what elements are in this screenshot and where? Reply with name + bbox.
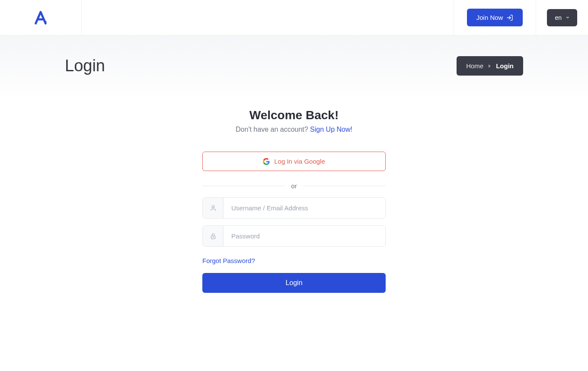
- join-now-button[interactable]: Join Now: [467, 9, 523, 26]
- password-prefix: [203, 226, 224, 246]
- main-content: Welcome Back! Don't have an account? Sig…: [0, 101, 588, 293]
- password-input-group: [202, 225, 386, 247]
- svg-rect-0: [45, 21, 47, 23]
- divider-line-right: [303, 186, 386, 186]
- join-section: Join Now: [454, 0, 537, 35]
- google-icon: [263, 158, 270, 165]
- logo-icon[interactable]: [32, 10, 49, 26]
- divider-label: or: [291, 182, 297, 190]
- site-header: Join Now en: [0, 0, 588, 35]
- breadcrumb-current: Login: [496, 62, 514, 70]
- language-selector-button[interactable]: en: [547, 9, 577, 26]
- login-form-container: Welcome Back! Don't have an account? Sig…: [202, 108, 386, 293]
- signup-prompt: Don't have an account? Sign Up Now!: [236, 126, 352, 133]
- join-now-label: Join Now: [476, 14, 503, 21]
- language-label: en: [555, 14, 562, 21]
- lock-icon: [210, 233, 217, 240]
- breadcrumb-home-link[interactable]: Home: [466, 62, 483, 70]
- svg-point-4: [213, 237, 213, 238]
- password-input[interactable]: [224, 226, 385, 246]
- google-login-label: Log In via Google: [274, 158, 325, 165]
- no-account-text: Don't have an account?: [236, 126, 310, 133]
- svg-point-2: [212, 206, 214, 208]
- welcome-heading: Welcome Back!: [249, 108, 339, 122]
- page-title: Login: [65, 57, 105, 75]
- page-banner: Login Home Login: [0, 35, 588, 101]
- divider-line-left: [202, 186, 285, 186]
- google-login-button[interactable]: Log In via Google: [202, 152, 386, 171]
- signup-link[interactable]: Sign Up Now!: [310, 126, 352, 133]
- user-icon: [210, 205, 217, 212]
- username-input-group: [202, 197, 386, 219]
- language-section: en: [536, 0, 588, 35]
- forgot-password-link[interactable]: Forgot Password?: [202, 257, 255, 264]
- login-icon: [506, 14, 513, 21]
- login-submit-button[interactable]: Login: [202, 273, 386, 293]
- username-prefix: [203, 198, 224, 218]
- breadcrumb: Home Login: [457, 56, 523, 76]
- chevron-down-icon: [566, 17, 569, 19]
- breadcrumb-separator-icon: [489, 64, 491, 68]
- header-right: Join Now en: [454, 0, 588, 35]
- username-input[interactable]: [224, 198, 385, 218]
- logo-section: [0, 0, 82, 35]
- or-divider: or: [202, 182, 386, 190]
